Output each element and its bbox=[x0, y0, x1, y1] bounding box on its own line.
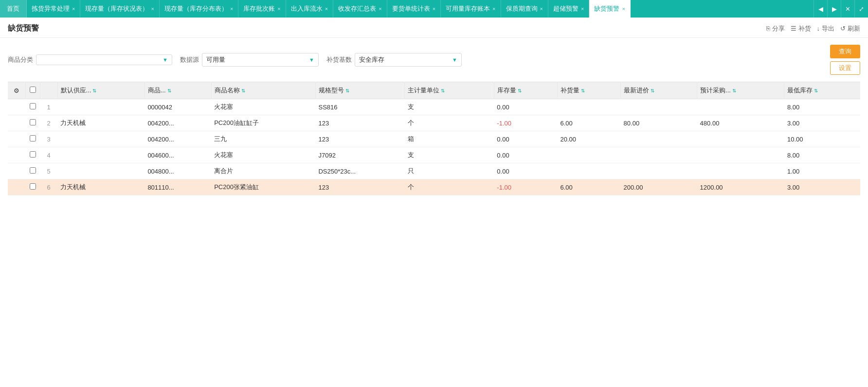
select-all-checkbox[interactable] bbox=[30, 87, 36, 93]
row-gear bbox=[8, 147, 25, 163]
row-num: 5 bbox=[40, 163, 57, 179]
nav-tab-available[interactable]: 可用量库存账本 × bbox=[441, 0, 501, 18]
spec-sort-icon: ⇅ bbox=[345, 88, 349, 93]
row-stock: 0.00 bbox=[494, 163, 557, 179]
row-spec: 123 bbox=[315, 131, 404, 147]
main-content: 缺货预警 ⎘ 分享 ☰ 补货 ↓ 导出 ↺ 刷新 商品分类 bbox=[0, 18, 868, 387]
row-unit: 支 bbox=[405, 99, 494, 115]
row-checkbox-3[interactable] bbox=[30, 151, 36, 158]
setting-button[interactable]: 设置 bbox=[830, 61, 860, 75]
unit-sort-icon: ⇅ bbox=[441, 88, 445, 93]
nav-tab-pick-label: 拣货异常处理 bbox=[32, 4, 70, 13]
price-sort[interactable]: 最新进价 ⇅ bbox=[624, 86, 654, 95]
page-header: 缺货预警 ⎘ 分享 ☰ 补货 ↓ 导出 ↺ 刷新 bbox=[0, 18, 868, 38]
datasource-select[interactable]: 可用量 ▼ bbox=[202, 53, 319, 67]
nav-prev-button[interactable]: ◀ bbox=[814, 0, 827, 18]
row-forecast bbox=[697, 131, 784, 147]
nav-tab-overstock[interactable]: 超储预警 × bbox=[548, 0, 589, 18]
nav-tab-summary-close[interactable]: × bbox=[379, 6, 381, 12]
row-checkbox-cell bbox=[25, 131, 40, 147]
row-name: 火花塞 bbox=[211, 147, 315, 163]
row-checkbox-0[interactable] bbox=[30, 103, 36, 109]
nav-tab-shortage[interactable]: 缺货预警 × bbox=[589, 0, 630, 18]
share-button[interactable]: ⎘ 分享 bbox=[766, 24, 785, 33]
nav-close-button[interactable]: ✕ bbox=[841, 0, 854, 18]
nav-tab-home[interactable]: 首页 bbox=[0, 0, 27, 18]
nav-tab-flow-close[interactable]: × bbox=[325, 6, 328, 12]
stock-column-header[interactable]: 库存量 ⇅ bbox=[494, 82, 557, 99]
category-select[interactable]: ▼ bbox=[36, 54, 172, 65]
nav-tab-batch-close[interactable]: × bbox=[277, 6, 280, 12]
nav-tab-expiry-close[interactable]: × bbox=[540, 6, 543, 12]
nav-tab-available-close[interactable]: × bbox=[492, 6, 495, 12]
row-minstock: 8.00 bbox=[784, 147, 860, 163]
nav-tab-pick-close[interactable]: × bbox=[72, 6, 75, 12]
row-price bbox=[621, 163, 697, 179]
query-button[interactable]: 查询 bbox=[830, 45, 860, 58]
row-checkbox-cell bbox=[25, 147, 40, 163]
forecast-sort[interactable]: 预计采购... ⇅ bbox=[700, 86, 736, 95]
unit-sort[interactable]: 主计量单位 ⇅ bbox=[408, 86, 445, 95]
table-row: 1 0000042 火花塞 SS816 支 0.00 8.00 bbox=[8, 99, 860, 115]
spec-column-header[interactable]: 规格型号 ⇅ bbox=[315, 82, 404, 99]
nav-tab-flow[interactable]: 出入库流水 × bbox=[286, 0, 333, 18]
nav-tab-stock1-close[interactable]: × bbox=[151, 6, 154, 12]
replenish-button[interactable]: ☰ 补货 bbox=[791, 24, 811, 33]
name-sort[interactable]: 商品名称 ⇅ bbox=[215, 86, 245, 95]
nav-tab-stock2-close[interactable]: × bbox=[230, 6, 233, 12]
row-code: 801110... bbox=[145, 179, 211, 195]
nav-expand-button[interactable]: ⤢ bbox=[854, 0, 868, 18]
nav-arrows: ◀ ▶ ✕ ⤢ bbox=[814, 0, 868, 18]
refresh-button[interactable]: ↺ 刷新 bbox=[840, 24, 860, 33]
row-name: PC200张紧油缸 bbox=[211, 179, 315, 195]
code-column-header[interactable]: 商品... ⇅ bbox=[145, 82, 211, 99]
table-row: 6 力天机械 801110... PC200张紧油缸 123 个 -1.00 6… bbox=[8, 179, 860, 195]
nav-tab-order-close[interactable]: × bbox=[433, 6, 435, 12]
price-column-header[interactable]: 最新进价 ⇅ bbox=[621, 82, 697, 99]
gear-column-header[interactable]: ⚙ bbox=[8, 82, 25, 99]
nav-tab-expiry[interactable]: 保质期查询 × bbox=[501, 0, 548, 18]
minstock-sort[interactable]: 最低库存 ⇅ bbox=[787, 86, 818, 95]
supplier-column-header[interactable]: 默认供应... ⇅ bbox=[57, 82, 145, 99]
stock-sort[interactable]: 库存量 ⇅ bbox=[497, 86, 522, 95]
row-replenish: 6.00 bbox=[557, 115, 620, 131]
supplier-sort[interactable]: 默认供应... ⇅ bbox=[61, 86, 97, 95]
row-checkbox-4[interactable] bbox=[30, 167, 36, 174]
nav-tab-stock2[interactable]: 现存量（库存分布表） × bbox=[160, 0, 238, 18]
nav-tab-overstock-label: 超储预警 bbox=[553, 4, 579, 13]
nav-tab-shortage-close[interactable]: × bbox=[622, 6, 625, 12]
category-filter-group: 商品分类 ▼ bbox=[8, 54, 172, 65]
share-label: 分享 bbox=[772, 24, 785, 33]
replenish-column-header[interactable]: 补货量 ⇅ bbox=[557, 82, 620, 99]
nav-next-button[interactable]: ▶ bbox=[827, 0, 841, 18]
row-num: 6 bbox=[40, 179, 57, 195]
nav-tab-overstock-close[interactable]: × bbox=[581, 6, 584, 12]
row-spec: DS250*23c... bbox=[315, 163, 404, 179]
name-column-header[interactable]: 商品名称 ⇅ bbox=[211, 82, 315, 99]
filter-bar: 商品分类 ▼ 数据源 可用量 ▼ 补货基数 安全库存 ▼ 查询 设置 bbox=[0, 38, 868, 82]
row-checkbox-2[interactable] bbox=[30, 135, 36, 141]
table-row: 3 004200... 三九 123 箱 0.00 20.00 10.00 bbox=[8, 131, 860, 147]
row-checkbox-1[interactable] bbox=[30, 119, 36, 125]
code-sort[interactable]: 商品... ⇅ bbox=[148, 86, 171, 95]
unit-column-header[interactable]: 主计量单位 ⇅ bbox=[405, 82, 494, 99]
export-icon: ↓ bbox=[817, 25, 820, 32]
nav-tab-order[interactable]: 要货单统计表 × bbox=[387, 0, 441, 18]
forecast-column-header[interactable]: 预计采购... ⇅ bbox=[697, 82, 784, 99]
replenish-sort[interactable]: 补货量 ⇅ bbox=[561, 86, 585, 95]
row-gear bbox=[8, 115, 25, 131]
minstock-column-header[interactable]: 最低库存 ⇅ bbox=[784, 82, 860, 99]
row-checkbox-5[interactable] bbox=[30, 183, 36, 190]
datasource-filter-group: 数据源 可用量 ▼ bbox=[180, 53, 319, 67]
export-button[interactable]: ↓ 导出 bbox=[817, 24, 835, 33]
row-forecast bbox=[697, 99, 784, 115]
base-select[interactable]: 安全库存 ▼ bbox=[355, 53, 462, 67]
nav-tab-summary[interactable]: 收发存汇总表 × bbox=[333, 0, 387, 18]
row-name: 离合片 bbox=[211, 163, 315, 179]
nav-tab-pick[interactable]: 拣货异常处理 × bbox=[27, 0, 80, 18]
spec-sort[interactable]: 规格型号 ⇅ bbox=[319, 86, 349, 95]
nav-tab-batch[interactable]: 库存批次账 × bbox=[238, 0, 286, 18]
nav-tab-stock1[interactable]: 现存量（库存状况表） × bbox=[80, 0, 159, 18]
row-num: 2 bbox=[40, 115, 57, 131]
row-checkbox-cell bbox=[25, 179, 40, 195]
